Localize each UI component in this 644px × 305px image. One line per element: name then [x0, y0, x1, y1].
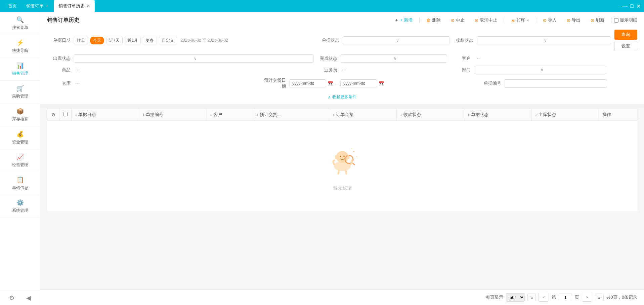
th-bill-number[interactable]: ↕ 单据编号 [139, 109, 206, 121]
th-bill-status[interactable]: ↕ 单据状态 [464, 109, 531, 121]
sidebar-item-quick-nav-label: 快捷导航 [12, 48, 28, 53]
sidebar-item-basic-info[interactable]: 📋 基础信息 [0, 172, 40, 195]
filter-payment-status-group: 收款状态 ∨ [450, 36, 611, 44]
complete-status-select[interactable]: ∨ [341, 54, 447, 63]
new-button[interactable]: ＋ + 新增 [390, 15, 417, 25]
collapse-btn[interactable]: ∧ 收起更多条件 [47, 93, 637, 100]
payment-status-label: 收款状态 [450, 37, 477, 43]
empty-text: 暂无数据 [333, 185, 352, 191]
delivery-date-to[interactable] [340, 79, 377, 87]
date-btn-today[interactable]: 今天 [90, 37, 104, 44]
import-button[interactable]: ⊙ 导入 [539, 15, 561, 25]
maximize-icon[interactable]: □ [630, 3, 634, 9]
tab-sales-order-close[interactable]: ✕ [46, 4, 49, 8]
query-button[interactable]: 查询 [614, 30, 637, 40]
svg-text:✦: ✦ [351, 147, 353, 150]
salesperson-select-btn[interactable]: ··· [342, 67, 346, 73]
date-btn-7days[interactable]: 近7天 [106, 37, 123, 44]
filter-row-2: 出库状态 ∨ 完成状态 ∨ 客户 [47, 54, 637, 63]
svg-point-1 [336, 151, 348, 163]
delivery-date-to-calendar-icon[interactable]: 📅 [379, 81, 384, 86]
import-label: 导入 [548, 17, 557, 23]
cancel-stop-button[interactable]: ⊘ 取消中止 [471, 15, 501, 25]
prev-page-button[interactable]: ＜ [539, 293, 549, 302]
sidebar-item-inventory[interactable]: 📦 库存核算 [0, 104, 40, 126]
th-order-amount[interactable]: ↕ 订单金额 [329, 109, 396, 121]
date-btn-1month[interactable]: 近1月 [125, 37, 141, 44]
per-page-select[interactable]: 50 10 20 100 [506, 293, 525, 302]
date-btn-yesterday[interactable]: 昨天 [74, 37, 88, 44]
tab-sales-order[interactable]: 销售订单 ✕ [22, 0, 54, 12]
bill-status-select[interactable]: ∨ [343, 36, 450, 44]
th-expected-delivery[interactable]: ↕ 预计交货... [253, 109, 329, 121]
capital-mgmt-icon: 💰 [16, 130, 24, 138]
th-order-amount-label: ↕ 订单金额 [333, 112, 353, 117]
layout: 🔍 搜索菜单 ⚡ 快捷导航 📊 销售管理 🛒 采购管理 📦 库存核算 💰 资金管… [0, 12, 644, 305]
export-button[interactable]: ⊙ 导出 [563, 15, 585, 25]
complete-status-label: 完成状态 [314, 55, 341, 62]
show-detail-input[interactable] [614, 18, 618, 23]
bill-number-input[interactable] [505, 79, 607, 88]
department-select[interactable]: ∨ [474, 66, 607, 74]
date-filter-buttons: 昨天 今天 近7天 近1月 更多 自定义 2023-06-02 至 2023-0… [74, 37, 228, 44]
date-btn-more[interactable]: 更多 [143, 37, 157, 44]
out-status-select[interactable]: ∨ [74, 54, 314, 63]
svg-text:✦: ✦ [352, 150, 355, 153]
sidebar-item-quick-nav[interactable]: ⚡ 快捷导航 [0, 35, 40, 58]
empty-svg: ✦ ✦ ✦ [322, 141, 362, 175]
product-label: 商品 [47, 67, 74, 73]
sidebar-item-capital-mgmt[interactable]: 💰 资金管理 [0, 126, 40, 149]
customer-select-btn[interactable]: ··· [475, 55, 480, 62]
bill-status-label: 单据状态 [316, 37, 343, 43]
minimize-icon[interactable]: — [622, 3, 628, 9]
page-suffix: 页 [575, 294, 579, 300]
th-out-status[interactable]: ↕ 出库状态 [531, 109, 599, 121]
refresh-button[interactable]: ⊙ 刷新 [587, 15, 608, 25]
sidebar-settings-icon[interactable]: ⚙ [9, 294, 14, 302]
new-icon: ＋ [394, 17, 399, 23]
sidebar-collapse-icon[interactable]: ◀ [26, 294, 31, 302]
th-out-status-label: ↕ 出库状态 [535, 112, 556, 117]
tab-sales-order-history-close[interactable]: ✕ [87, 4, 90, 8]
warehouse-select-btn[interactable]: ··· [75, 80, 80, 86]
empty-illustration: ✦ ✦ ✦ [322, 141, 362, 181]
svg-text:✦: ✦ [356, 155, 358, 158]
sidebar-item-system-mgmt[interactable]: ⚙️ 系统管理 [0, 195, 40, 218]
th-settings[interactable]: ⚙ [47, 109, 59, 121]
th-payment-status[interactable]: ↕ 收款状态 [396, 109, 464, 121]
delete-button[interactable]: 🗑 删除 [422, 15, 445, 25]
sidebar-item-search-menu[interactable]: 🔍 搜索菜单 [0, 12, 40, 35]
filter-delivery-date-group: 预计交货日期 📅 — 📅 [262, 77, 478, 89]
date-btn-custom[interactable]: 自定义 [159, 37, 177, 44]
tab-home[interactable]: 首页 [3, 0, 22, 12]
settings-button[interactable]: 设置 [614, 41, 637, 51]
payment-status-select[interactable]: ∨ [477, 36, 611, 44]
stop-button[interactable]: ⊘ 中止 [447, 15, 469, 25]
cancel-stop-label: 取消中止 [480, 17, 497, 23]
sidebar-item-purchase-mgmt[interactable]: 🛒 采购管理 [0, 81, 40, 104]
top-bar: 首页 销售订单 ✕ 销售订单历史 ✕ — □ ✕ [0, 0, 644, 12]
last-page-button[interactable]: » [595, 294, 603, 301]
th-operation-label: 操作 [602, 112, 611, 117]
th-bill-date[interactable]: ↕ 单据日期 [72, 109, 139, 121]
next-page-button[interactable]: ＞ [582, 293, 592, 302]
inventory-icon: 📦 [16, 108, 24, 115]
delivery-date-from-calendar-icon[interactable]: 📅 [328, 81, 333, 86]
sidebar-item-sales-mgmt[interactable]: 📊 销售管理 [0, 58, 40, 81]
tab-sales-order-history[interactable]: 销售订单历史 ✕ [54, 0, 95, 12]
close-icon[interactable]: ✕ [636, 3, 641, 9]
delivery-date-from[interactable] [289, 79, 326, 87]
select-all-checkbox[interactable] [63, 112, 68, 116]
search-menu-icon: 🔍 [16, 16, 24, 24]
sidebar-item-inventory-label: 库存核算 [12, 116, 28, 122]
product-select-btn[interactable]: ··· [75, 67, 80, 73]
print-button[interactable]: 🖨 打印 ∨ [507, 15, 533, 25]
show-detail-checkbox[interactable]: 显示明细 [614, 17, 637, 23]
th-customer[interactable]: ↕ 客户 [206, 109, 253, 121]
svg-point-6 [335, 155, 338, 159]
th-checkbox[interactable] [59, 109, 72, 121]
print-label: 打印 [517, 17, 525, 23]
first-page-button[interactable]: « [527, 294, 536, 301]
current-page-input[interactable] [559, 294, 572, 301]
sidebar-item-operations[interactable]: 📈 经营管理 [0, 149, 40, 172]
